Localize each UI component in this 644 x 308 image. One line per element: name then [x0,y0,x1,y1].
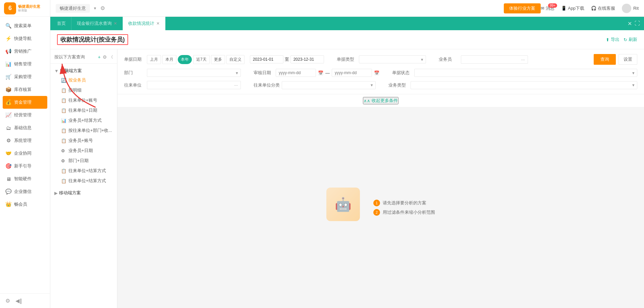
category-select[interactable] [359,55,426,63]
sidebar-item-corp[interactable]: 🤝 企业协同 [0,147,50,160]
topbar-dropdown-icon[interactable]: ▾ [94,6,96,11]
date-btn-custom[interactable]: 自定义 [226,55,245,64]
tab-bank-flow[interactable]: 现金银行流水查询 ✕ [71,17,123,30]
scheme-settings-icon[interactable]: ⚙ [103,54,107,60]
business-type-select[interactable] [411,81,637,89]
online-service-btn[interactable]: 🎧 在线客服 [591,5,615,11]
date-btn-this-month[interactable]: 本月 [162,55,176,64]
date-btn-last-month[interactable]: 上月 [147,55,161,64]
messages-btn[interactable]: ✉ 消息 99+ [541,5,554,11]
add-scheme-icon[interactable]: + [98,54,101,60]
page-actions: ⬆ 导出 ↻ 刷新 [606,37,637,43]
footer-collapse-icon[interactable]: ◀‖ [15,298,22,304]
dept-select[interactable] [147,69,241,77]
marketing-icon: 📢 [5,48,11,54]
sales-icon: 📊 [5,61,11,67]
tree-item-icon-8: ⚙ [61,158,66,163]
sidebar-item-guide[interactable]: 🎯 新手引导 [0,160,50,172]
tree-item-dept-date[interactable]: ⚙ 部门+日期 [57,156,117,166]
salesperson-label: 业务员 [439,56,459,62]
sidebar-item-quick-nav[interactable]: ⚡ 快捷导航 [0,32,50,45]
action-buttons: 查询 设置 [594,54,637,65]
sidebar-item-wechat[interactable]: 💬 企业微信 [0,185,50,198]
inventory-icon: 📦 [5,87,11,93]
sidebar-item-sales[interactable]: 📊 销售管理 [0,58,50,70]
tree-item-unit-account[interactable]: 📋 往来单位+账号 [57,95,117,105]
date-btn-7days[interactable]: 近7天 [193,55,210,64]
filter-row-3: 往来单位 ··· 往来单位分类 业务类型 [124,81,637,89]
sidebar-item-system[interactable]: ⚙ 系统管理 [0,134,50,147]
tree-item-salesperson-settlement[interactable]: 📊 业务员+结算方式 [57,115,117,125]
tabbar-controls: ✕ ⛶ [628,20,644,27]
sidebar-item-hardware[interactable]: 🖥 智能硬件 [0,172,50,185]
counterpart-category-select[interactable] [282,81,376,89]
topbar-settings-icon[interactable]: ⚙ [100,5,105,11]
sidebar-item-purchase[interactable]: 🛒 采购管理 [0,70,50,83]
sidebar-item-inventory[interactable]: 📦 库存核算 [0,83,50,96]
refresh-btn[interactable]: ↻ 刷新 [624,37,637,43]
tab-bank-flow-close[interactable]: ✕ [114,21,117,26]
salesperson-more-icon[interactable]: ··· [521,57,525,62]
sidebar-item-basic[interactable]: 🗂 基础信息 [0,121,50,134]
tree-section-desktop[interactable]: ▼ 电脑端方案 [50,66,117,75]
tree-item-unit-settlement-2[interactable]: 📋 往来单位+结算方式 [57,176,117,186]
order-status-group: 单据状态 [392,69,637,77]
tree-item-unit-date[interactable]: 📋 往来单位+日期 [57,105,117,115]
tree-desktop-items: 🔄 按业务员 📋 按明细 📋 往来单位+账号 📋 往来单位+日期 📊 [50,75,117,186]
tree-item-unit-settlement-1[interactable]: 📋 往来单位+结算方式 [57,166,117,176]
topbar: 畅捷通好生意 ▾ ⚙ 体验行业方案 ✉ 消息 99+ 📱 App下载 🎧 在线客… [50,0,644,17]
tree-item-salesperson-account[interactable]: 📋 业务员+账号 [57,136,117,146]
sidebar-item-marketing[interactable]: 📢 营销推广 [0,45,50,58]
review-date-to[interactable] [332,69,372,77]
tree-section-mobile[interactable]: ▶ 移动端方案 [50,189,117,197]
order-status-label: 单据状态 [392,70,412,76]
tree-item-unit-dept-collection[interactable]: 📋 按往来单位+部门+收... [57,125,117,136]
tree-item-salesperson-date[interactable]: ⚙ 业务员+日期 [57,146,117,156]
business-type-group: 业务类型 [388,81,637,89]
date-from-input[interactable] [250,55,283,63]
trial-btn[interactable]: 体验行业方案 [504,3,541,13]
category-group: 单据类型 [337,55,426,63]
settings-btn[interactable]: 设置 [619,54,637,65]
tab-home[interactable]: 首页 [50,17,71,30]
sidebar-item-operations[interactable]: 📈 经营管理 [0,109,50,121]
salesperson-group: 业务员 ··· [439,55,528,64]
export-btn[interactable]: ⬆ 导出 [606,37,620,43]
counterpart-category-label: 往来单位分类 [254,82,280,88]
message-icon: ✉ [541,6,544,11]
topbar-breadcrumb: 畅捷通好生意 [56,4,90,13]
tab-close-all-icon[interactable]: ✕ [628,20,632,27]
footer-settings-icon[interactable]: ⚙ [5,298,10,304]
tab-expand-icon[interactable]: ⛶ [635,20,640,27]
page-header: 收款情况统计(按业务员) ⬆ 导出 ↻ 刷新 [50,30,644,49]
order-status-select[interactable] [414,69,637,77]
counterpart-more-icon[interactable]: ··· [234,83,238,88]
scheme-collapse-icon[interactable]: 《 [109,54,113,60]
sidebar-item-search[interactable]: 🔍 搜索菜单 [0,19,50,32]
review-date-from[interactable] [276,69,316,77]
hint-num-1: 1 [373,200,380,206]
empty-state: 🤖 1 请先选择要分析的方案 2 用过滤条件来缩小分析范围 [117,107,644,308]
date-btn-this-year[interactable]: 本年 [178,55,192,64]
tree-item-by-detail[interactable]: 📋 按明细 [57,85,117,95]
export-icon: ⬆ [606,37,609,42]
tab-collection-stats[interactable]: 收款情况统计 ✕ [123,17,165,30]
date-btn-more[interactable]: 更多 [211,55,225,64]
tab-collection-stats-close[interactable]: ✕ [156,21,160,26]
tabbar: 首页 现金银行流水查询 ✕ 收款情况统计 ✕ ✕ ⛶ [50,17,644,30]
counterpart-category-group: 往来单位分类 [254,81,376,89]
sidebar-item-member[interactable]: 👑 畅会员 [0,198,50,211]
sidebar-item-finance[interactable]: 💰 资金管理 [3,96,47,109]
query-btn[interactable]: 查询 [594,54,616,65]
user-info[interactable]: Rit [622,4,639,13]
app-download-btn[interactable]: 📱 App下载 [561,5,584,11]
tree-section-arrow: ▼ [54,68,59,73]
review-date-group: 审核日期 📅 — 📅 [254,69,379,77]
date-to-input[interactable] [290,55,324,63]
filter-row-2: 部门 审核日期 📅 — 📅 [124,69,637,77]
quick-nav-icon: ⚡ [5,36,11,42]
collapse-icon: ∧∧ [364,98,370,103]
tree-item-by-salesperson[interactable]: 🔄 按业务员 [57,75,117,85]
collapse-more-btn[interactable]: ∧∧ 收起更多条件 [363,97,398,104]
counterpart-input-wrapper: ··· [147,81,241,89]
